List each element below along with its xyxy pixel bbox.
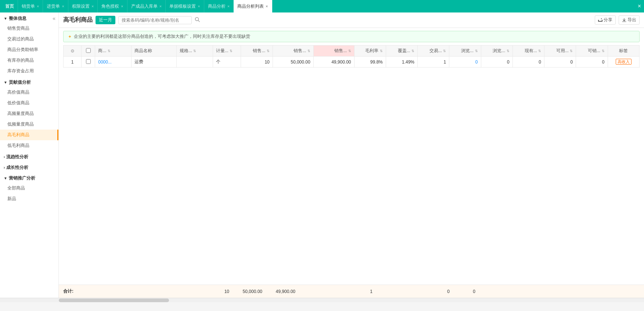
col-header-gross-rate[interactable]: 毛利率 ⇅ [354,46,386,57]
row-stock1: 0 [512,57,544,68]
sort-icon: ⇅ [348,49,351,53]
row-checkbox[interactable] [82,57,95,68]
nav-tab-product-analysis-list[interactable]: 商品分析列表 × [234,0,272,12]
col-header-browse1[interactable]: 浏览... ⇅ [449,46,481,57]
col-header-unit[interactable]: 计量... ⇅ [213,46,241,57]
settings-icon[interactable]: ⚙ [71,48,75,54]
share-button[interactable]: 分享 [595,15,616,25]
col-header-sale2[interactable]: 可销... ⇅ [576,46,608,57]
nav-tab-role-permission[interactable]: 角色授权 × [98,0,127,12]
sidebar-item-high-freq[interactable]: 高频量度商品 [0,108,58,119]
footer-stock2-val: 0 [453,289,478,294]
header-actions: 分享 导出 [595,15,640,25]
sidebar-item-high-margin[interactable]: 高毛利商品 [0,130,58,140]
close-icon[interactable]: × [227,4,230,8]
select-all-checkbox[interactable] [86,48,91,53]
content-header: 高毛利商品 近一月 分享 [59,12,644,28]
footer-cells: 10 50,000.00 49,900.00 1 0 0 [93,289,640,294]
sidebar-item-low-freq[interactable]: 低频量度商品 [0,119,58,130]
scrollbar-thumb[interactable] [59,299,169,302]
nav-tab-template-setting[interactable]: 单据模板设置 × [166,0,204,12]
row-tag: 高收入 [608,57,639,68]
col-header-sale-qty[interactable]: 销售... ⇅ [241,46,273,57]
sort-icon: ⇅ [230,49,233,53]
expand-icon: ▼ [4,17,7,21]
close-icon[interactable]: × [91,4,94,8]
row-spec [177,57,213,68]
sidebar-group-overall[interactable]: ▼ 整体信息 [0,12,58,23]
row-coverage: 1.49% [386,57,417,68]
close-icon[interactable]: × [266,4,268,8]
row-select-checkbox[interactable] [86,59,91,64]
nav-tab-product-warehouse[interactable]: 产成品入库单 × [127,0,166,12]
nav-tab-purchase[interactable]: 进货单 × [43,0,68,12]
col-header-browse2[interactable]: 浏览... ⇅ [481,46,512,57]
row-browse1[interactable]: 0 [449,57,481,68]
col-header-coverage[interactable]: 覆盖... ⇅ [386,46,417,57]
col-header-num: ⚙ [64,46,82,57]
sidebar-item-sales-goods[interactable]: 销售货商品 [0,23,58,34]
col-header-stock2[interactable]: 可用... ⇅ [544,46,576,57]
col-header-sale-amt[interactable]: 销售... ⇅ [273,46,313,57]
row-gross-rate: 99.8% [354,57,386,68]
sidebar-item-inventory-share[interactable]: 库存资金占用 [0,66,58,76]
sidebar-group-marketing-analysis[interactable]: ▼ 营销推广分析 [0,172,58,183]
row-unit: 个 [213,57,241,68]
search-input[interactable] [118,16,192,24]
sidebar-item-all-goods[interactable]: 全部商品 [0,183,58,194]
col-header-spec[interactable]: 规格... ⇅ [177,46,213,57]
sidebar-item-analysis-rate[interactable]: 商品分类助销率 [0,44,58,55]
row-code[interactable]: 0000... [95,57,132,68]
sidebar-group-growth-analysis[interactable]: › 成长性分析 [0,162,58,172]
col-header-sale-cost[interactable]: 销售... ⇅ [313,46,354,57]
time-filter-button[interactable]: 近一月 [96,16,115,24]
export-button[interactable]: 导出 [619,15,640,25]
nav-tab-product-analysis[interactable]: 商品分析 × [204,0,234,12]
sidebar-collapse-icon[interactable]: « [53,15,55,21]
content-area: 高毛利商品 近一月 分享 [59,12,644,298]
sort-icon: ⇅ [193,49,196,53]
close-icon[interactable]: × [62,4,64,8]
search-button[interactable] [195,17,200,23]
sidebar-item-traded-goods[interactable]: 交易过的商品 [0,34,58,44]
sidebar-group-value-analysis[interactable]: ▼ 贡献值分析 [0,76,58,87]
nav-tab-sales[interactable]: 销货单 × [18,0,43,12]
sort-icon: ⇅ [380,49,383,53]
expand-icon: › [4,155,5,159]
sort-icon: ⇅ [267,49,270,53]
sidebar: « ▼ 整体信息 销售货商品 交易过的商品 商品分类助销率 有库存的商品 库存资… [0,12,59,298]
sidebar-item-inventory-goods[interactable]: 有库存的商品 [0,55,58,66]
sidebar-item-high-value[interactable]: 高价值商品 [0,87,58,98]
col-header-tag[interactable]: 标签 [608,46,639,57]
row-sale-qty: 10 [241,57,273,68]
col-header-check [82,46,95,57]
expand-icon: › [4,166,5,170]
footer-sale-cost-val: 49,900.00 [265,289,298,294]
row-stock2: 0 [544,57,576,68]
close-icon[interactable]: × [37,4,39,8]
footer-label: 合计: [63,288,93,294]
info-banner: ✦ 企业的主要的利润都是这部分商品创造的，可考虑加大推广，同时关注库存是不要出现… [63,31,640,42]
sidebar-item-low-margin[interactable]: 低毛利商品 [0,140,58,151]
row-sale2: 0 [576,57,608,68]
col-header-name[interactable]: 商品名称 [131,46,176,57]
col-header-trade[interactable]: 交易... ⇅ [418,46,449,57]
col-header-code[interactable]: 商... ⇅ [95,46,132,57]
footer-sale-qty-val: 10 [206,289,232,294]
horizontal-scrollbar[interactable] [0,298,644,302]
svg-line-1 [198,21,200,22]
nav-tab-permission-setting[interactable]: 权限设置 × [68,0,98,12]
close-icon[interactable]: × [198,4,200,8]
close-icon[interactable]: × [159,4,162,8]
col-header-stock1[interactable]: 现有... ⇅ [512,46,544,57]
expand-icon: ▼ [4,176,7,180]
sidebar-item-low-value[interactable]: 低价值商品 [0,98,58,108]
sidebar-group-trend-analysis[interactable]: › 流趋性分析 [0,151,58,162]
nav-tab-home[interactable]: 首页 [1,0,18,12]
close-all-tabs-icon[interactable]: × [638,3,641,10]
sort-icon: ⇅ [443,49,446,53]
expand-icon: ▼ [4,80,7,84]
product-table: ⚙ 商... ⇅ 商品名称 规格... [63,45,640,68]
sidebar-item-new-goods[interactable]: 新品 [0,194,58,204]
close-icon[interactable]: × [121,4,123,8]
